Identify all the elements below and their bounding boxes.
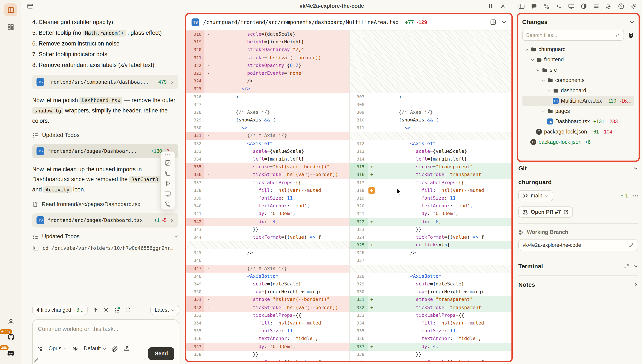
collapse-up-icon[interactable] bbox=[499, 2, 506, 10]
cursor-icon[interactable] bbox=[605, 2, 612, 10]
tree-folder[interactable]: dashboard bbox=[522, 86, 634, 96]
mascot-icon[interactable] bbox=[627, 32, 634, 39]
line-number: 309 bbox=[349, 108, 367, 116]
grid-view-button[interactable] bbox=[4, 20, 17, 34]
diff-row: 331- {/* Y Axis */} bbox=[186, 132, 511, 140]
settings-gear-icon[interactable] bbox=[630, 2, 637, 10]
copy-icon[interactable] bbox=[165, 170, 171, 176]
account-icon[interactable] bbox=[7, 318, 15, 325]
scroll-top-icon[interactable] bbox=[93, 307, 99, 313]
chat-bubble-icon[interactable] bbox=[530, 2, 537, 10]
discord-icon[interactable]: 346 bbox=[7, 349, 15, 357]
file-change-card[interactable]: TSfrontend/src/pages/Dashboar...+130-2… bbox=[32, 144, 178, 158]
diff-row: 354 fill: 'hsl(var(--muted334 fill: 'hsl… bbox=[186, 319, 511, 327]
tabs-icon[interactable] bbox=[27, 2, 34, 10]
files-changed-chip[interactable]: 4 files changed +3... bbox=[32, 305, 88, 315]
line-number: 323 bbox=[349, 226, 367, 233]
file-change-card[interactable]: TSfrontend/src/components/dashboa...+479 bbox=[32, 75, 178, 89]
external-link-icon bbox=[563, 210, 568, 214]
assistant-list: 4. Cleaner grid (subtler opacity)5. Bett… bbox=[32, 17, 178, 70]
menu-icon[interactable] bbox=[593, 2, 599, 10]
todos-icon[interactable] bbox=[114, 307, 121, 313]
updated-todos-row[interactable]: Updated Todos bbox=[32, 233, 178, 240]
tree-folder[interactable]: churnguard bbox=[522, 44, 634, 54]
tree-file[interactable]: {}package-lock.json+6 bbox=[522, 137, 634, 147]
edit-diff-icon[interactable] bbox=[165, 160, 171, 166]
more-options-icon[interactable] bbox=[632, 195, 638, 197]
mode-select[interactable]: Default bbox=[84, 346, 106, 352]
expand-icon[interactable] bbox=[624, 264, 629, 269]
diff-view-toggle-icon[interactable] bbox=[490, 19, 496, 25]
file-path: frontend/src/components/dashboa... bbox=[48, 79, 152, 85]
assistant-paragraph: Now let me polish Dashboard.tsx — remove… bbox=[32, 95, 178, 126]
diff-row: 338 fill: 'hsl(var(--muted318+ fill: 'hs… bbox=[186, 187, 511, 194]
more-dots-icon[interactable] bbox=[165, 154, 171, 156]
panel-left-icon[interactable] bbox=[518, 2, 525, 10]
pause-icon[interactable] bbox=[487, 2, 494, 10]
open-pr-button[interactable]: Open PR #7 bbox=[518, 206, 573, 218]
github-icon[interactable]: ★22k bbox=[7, 333, 15, 341]
attach-icon[interactable] bbox=[112, 345, 118, 352]
line-number: 317 bbox=[349, 179, 367, 186]
chevron-down-icon[interactable] bbox=[502, 20, 506, 24]
diff-file-path: /churnguard/frontend/src/components/dash… bbox=[203, 19, 398, 25]
line-number: 316 bbox=[349, 171, 367, 179]
pencil-icon[interactable] bbox=[34, 358, 39, 363]
file-change-card[interactable]: TSfrontend/src/pages/Dashboard.tsx+1-5 bbox=[32, 213, 178, 228]
git-section-header[interactable]: Git bbox=[518, 165, 638, 172]
git-compare-icon[interactable] bbox=[543, 2, 550, 10]
terminal-icon[interactable] bbox=[555, 2, 562, 10]
line-number: 334 bbox=[186, 156, 204, 163]
working-branch-field[interactable]: vk/4e2a-explore-the-code bbox=[518, 239, 638, 251]
monitor-icon[interactable] bbox=[165, 190, 171, 197]
terminal-command-row[interactable]: cd /private/var/folders/10/h7w0q46556ggr… bbox=[32, 245, 178, 251]
commits-ahead[interactable]: 1 bbox=[620, 193, 628, 199]
display-icon[interactable] bbox=[568, 2, 574, 10]
file-path: frontend/src/pages/Dashboar... bbox=[48, 148, 148, 154]
help-icon[interactable] bbox=[617, 2, 624, 10]
terminal-section-header[interactable]: Terminal bbox=[518, 263, 638, 270]
read-file-row[interactable]: Read frontend/src/pages/Dashboard.tsx bbox=[32, 201, 178, 207]
branch-select[interactable]: main bbox=[518, 190, 553, 201]
play-icon[interactable] bbox=[165, 180, 171, 187]
line-number: 355 bbox=[186, 327, 204, 335]
model-select[interactable]: Opus bbox=[49, 346, 67, 352]
updated-todos-row[interactable]: Updated Todos bbox=[32, 132, 178, 138]
tree-file[interactable]: TSMultiLineArea.tsx+110-16… bbox=[522, 96, 634, 106]
line-number: 343 bbox=[186, 226, 204, 233]
search-input[interactable]: Search files... bbox=[522, 30, 624, 41]
chat-messages: 4. Cleaner grid (subtler opacity)5. Bett… bbox=[32, 17, 178, 251]
tree-folder[interactable]: components bbox=[522, 75, 634, 86]
diff-panel: TS /churnguard/frontend/src/components/d… bbox=[185, 13, 513, 362]
folder-icon bbox=[547, 108, 553, 114]
send-button[interactable]: Send bbox=[148, 347, 174, 360]
tree-folder[interactable]: frontend bbox=[522, 54, 634, 65]
sparkle-icon[interactable] bbox=[103, 307, 109, 313]
discord-members-badge: 346 bbox=[0, 345, 9, 350]
diff-line: 341 dy: '0.33em', bbox=[186, 210, 349, 218]
tree-file[interactable]: TSDashboard.tsx+131-233 bbox=[522, 116, 634, 127]
diff-row: 349 scale={dateScale}329 scale={dateScal… bbox=[186, 280, 511, 288]
diff-line: 322- strokeOpacity={0.2} bbox=[186, 62, 349, 70]
collapse-tree-icon[interactable] bbox=[615, 32, 620, 38]
line-number: 335 bbox=[349, 327, 367, 335]
add-comment-button[interactable]: + bbox=[368, 187, 375, 194]
chevron-down-icon bbox=[174, 234, 178, 238]
settings-sliders-icon[interactable] bbox=[37, 345, 43, 352]
diff-row: 332 <AxisLeft312 <AxisLeft bbox=[186, 140, 511, 148]
git-compare-icon[interactable] bbox=[165, 201, 171, 207]
notes-section-header[interactable]: Notes bbox=[518, 281, 638, 288]
contrast-icon[interactable] bbox=[580, 2, 587, 10]
latest-select[interactable]: Latest bbox=[151, 305, 179, 315]
edit-pencil-icon[interactable] bbox=[628, 242, 634, 248]
tree-folder[interactable]: src bbox=[522, 65, 634, 75]
workspace-layout-button[interactable] bbox=[4, 4, 17, 16]
file-tree: churnguardfrontendsrccomponentsdashboard… bbox=[522, 44, 634, 147]
fast-forward-icon[interactable] bbox=[72, 345, 79, 352]
hanger-icon[interactable] bbox=[123, 345, 130, 352]
changes-section-header[interactable]: Changes bbox=[522, 18, 634, 25]
message-input[interactable]: Continue working on this task... Opus De… bbox=[32, 319, 179, 364]
tree-folder[interactable]: pages bbox=[522, 106, 634, 116]
tree-file[interactable]: {}package-lock.json+61-104 bbox=[522, 127, 634, 137]
tree-node-name: package-lock.json bbox=[538, 139, 581, 145]
